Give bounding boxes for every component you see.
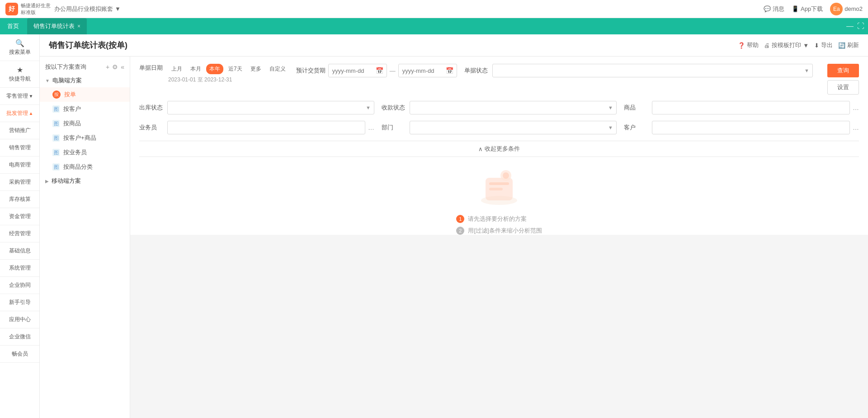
export-btn[interactable]: ⬇ 导出 xyxy=(814,41,833,49)
sidebar-item-system-label: 系统管理 xyxy=(2,264,38,272)
inner-layout: 按以下方案查询 + ⚙ « ▼ 电脑端方案 按 xyxy=(40,57,868,418)
sidebar-item-inventory[interactable]: 库存核算 xyxy=(0,191,39,208)
status-label: 单据状态 xyxy=(464,66,490,75)
print-dropdown-icon[interactable]: ▼ xyxy=(803,42,809,49)
sidebar-item-operation[interactable]: 经营管理 xyxy=(0,225,39,242)
tab-active[interactable]: 销售订单统计表 × xyxy=(27,18,87,34)
breadcrumb[interactable]: 办公用品行业模拟账套 ▼ xyxy=(54,5,121,13)
by-customer-label: 按客户 xyxy=(63,105,81,113)
status-select[interactable]: 未审核 已审核 xyxy=(492,64,813,77)
sidebar-item-marketing-label: 营销推广 xyxy=(2,127,38,134)
tab-maximize-btn[interactable]: ⛶ xyxy=(857,22,864,30)
date-btn-custom[interactable]: 自定义 xyxy=(266,64,289,74)
help-btn[interactable]: ❓ 帮助 xyxy=(738,41,759,49)
date-btn-this-month[interactable]: 本月 xyxy=(187,64,204,74)
scheme-collapse-btn[interactable]: « xyxy=(121,63,124,71)
scheme-add-btn[interactable]: + xyxy=(106,63,109,71)
sidebar-item-app-center[interactable]: 应用中心 xyxy=(0,311,39,328)
print-btn[interactable]: 🖨 按模板打印 ▼ xyxy=(764,41,809,49)
message-nav[interactable]: 💬 消息 xyxy=(764,5,784,13)
sidebar-item-finance[interactable]: 资金管理 xyxy=(0,208,39,225)
empty-state: 1 请先选择要分析的方案 2 用[过滤]条件来缩小分析范围 xyxy=(130,164,868,235)
date-label: 单据日期 xyxy=(139,64,165,72)
scheme-pc-group-header[interactable]: ▼ 电脑端方案 xyxy=(40,74,130,87)
sidebar-item-quick-nav[interactable]: ★ 快捷导航 xyxy=(0,61,39,88)
app-download-nav[interactable]: 📱 App下载 xyxy=(792,5,823,13)
scheme-item-by-product[interactable]: 图 按商品 xyxy=(40,116,130,131)
user-nav[interactable]: Ea demo2 xyxy=(830,3,863,15)
sidebar-item-inventory-label: 库存核算 xyxy=(2,195,38,203)
customer-dots-btn[interactable]: … xyxy=(853,124,859,131)
expected-date-from-input[interactable] xyxy=(328,64,387,77)
mobile-group-arrow: ▶ xyxy=(45,179,49,184)
empty-tip-1: 1 请先选择要分析的方案 xyxy=(456,215,542,223)
tab-home[interactable]: 首页 xyxy=(0,18,26,34)
scheme-mobile-group-header[interactable]: ▶ 移动端方案 xyxy=(40,174,130,188)
sidebar-item-sales[interactable]: 销售管理 xyxy=(0,139,39,157)
tab-minimize-btn[interactable]: — xyxy=(846,22,854,30)
collapse-bar[interactable]: ∧ 收起更多条件 xyxy=(139,141,859,157)
refresh-btn[interactable]: 🔄 刷新 xyxy=(838,41,859,49)
settings-button[interactable]: 设置 xyxy=(827,80,859,95)
date-btn-last-month[interactable]: 上月 xyxy=(168,64,185,74)
sidebar-item-purchase[interactable]: 采购管理 xyxy=(0,174,39,191)
expected-date-from-wrapper: 📅 xyxy=(328,64,387,77)
svg-rect-3 xyxy=(489,188,503,190)
scheme-settings-btn[interactable]: ⚙ xyxy=(112,63,118,71)
date-btn-last-7-days[interactable]: 近7天 xyxy=(225,64,245,74)
filter-row-2: 出库状态 ▼ 收款状态 xyxy=(139,101,859,114)
print-icon: 🖨 xyxy=(764,42,770,49)
page-title: 销售订单统计表(按单) xyxy=(49,40,127,56)
date-btn-more[interactable]: 更多 xyxy=(247,64,264,74)
collapse-text: 收起更多条件 xyxy=(485,145,520,153)
sidebar-item-marketing[interactable]: 营销推广 xyxy=(0,122,39,139)
logo-area: 好 畅捷通好生意 标准版 xyxy=(5,2,51,15)
sidebar-item-operation-label: 经营管理 xyxy=(2,230,38,238)
scheme-item-by-order[interactable]: 按 按单 xyxy=(40,87,130,102)
product-dots-btn[interactable]: … xyxy=(853,104,859,111)
sidebar-item-retail[interactable]: 零售管理 ▼ xyxy=(0,88,39,105)
by-category-label: 按商品分类 xyxy=(63,163,93,171)
salesperson-input[interactable] xyxy=(167,121,365,134)
scheme-item-by-salesperson[interactable]: 图 按业务员 xyxy=(40,145,130,160)
sidebar-item-member[interactable]: 畅会员 xyxy=(0,346,39,363)
search-button[interactable]: 查询 xyxy=(827,64,859,77)
salesperson-dots-btn[interactable]: … xyxy=(368,124,374,131)
breadcrumb-dropdown-icon[interactable]: ▼ xyxy=(115,5,121,12)
main-layout: 🔍 搜索菜单 ★ 快捷导航 零售管理 ▼ 批发管理 ▲ 营销推广 销售管理 电商… xyxy=(0,34,868,418)
breadcrumb-text: 办公用品行业模拟账套 xyxy=(54,5,113,13)
date-dash-separator: — xyxy=(390,67,396,74)
sidebar-item-search[interactable]: 🔍 搜索菜单 xyxy=(0,34,39,61)
sidebar-item-wholesale[interactable]: 批发管理 ▲ xyxy=(0,105,39,122)
salesperson-label: 业务员 xyxy=(139,124,165,132)
sidebar-item-corp-collab[interactable]: 企业协同 xyxy=(0,277,39,294)
collapse-btn[interactable]: ∧ 收起更多条件 xyxy=(478,145,520,153)
expected-date-to-wrapper: 📅 xyxy=(398,64,457,77)
sidebar-item-retail-label: 零售管理 ▼ xyxy=(2,92,38,100)
sidebar-item-newbie[interactable]: 新手引导 xyxy=(0,294,39,311)
page-header: 销售订单统计表(按单) ❓ 帮助 🖨 按模板打印 ▼ ⬇ 导出 🔄 刷新 xyxy=(40,34,868,57)
scheme-item-by-customer[interactable]: 图 按客户 xyxy=(40,102,130,116)
tab-close-icon[interactable]: × xyxy=(77,23,80,29)
customer-input[interactable] xyxy=(652,121,850,134)
sidebar-item-basic[interactable]: 基础信息 xyxy=(0,242,39,260)
product-input[interactable] xyxy=(652,101,850,114)
by-customer-product-icon: 图 xyxy=(52,134,60,142)
sidebar-item-wechat[interactable]: 企业微信 xyxy=(0,328,39,346)
pc-group-label: 电脑端方案 xyxy=(52,76,82,85)
sidebar-item-quick-nav-label: 快捷导航 xyxy=(2,75,38,83)
by-customer-icon: 图 xyxy=(52,105,60,113)
department-select[interactable] xyxy=(410,121,617,134)
date-btn-this-year[interactable]: 本年 xyxy=(206,64,223,74)
empty-tips: 1 请先选择要分析的方案 2 用[过滤]条件来缩小分析范围 xyxy=(456,215,542,235)
delivery-status-select[interactable] xyxy=(167,101,374,114)
sidebar-item-system[interactable]: 系统管理 xyxy=(0,260,39,277)
department-select-wrapper: ▼ xyxy=(410,121,617,134)
payment-status-select[interactable] xyxy=(410,101,617,114)
expected-date-to-input[interactable] xyxy=(398,64,457,77)
scheme-item-by-customer-product[interactable]: 图 按客户+商品 xyxy=(40,131,130,145)
top-bar-left: 好 畅捷通好生意 标准版 办公用品行业模拟账套 ▼ xyxy=(5,2,121,15)
sidebar-item-ecommerce[interactable]: 电商管理 xyxy=(0,157,39,174)
sidebar-item-basic-label: 基础信息 xyxy=(2,247,38,255)
scheme-item-by-category[interactable]: 图 按商品分类 xyxy=(40,160,130,174)
